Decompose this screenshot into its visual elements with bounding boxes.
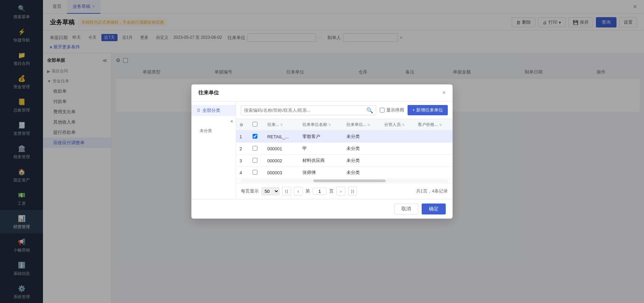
page-number-input[interactable] bbox=[313, 188, 326, 195]
dialog-right: 🔍 显示停用 + 新增往来单位 ⚙ bbox=[236, 102, 453, 199]
per-page-select[interactable]: 50 100 bbox=[262, 187, 279, 195]
row-salesperson bbox=[381, 167, 414, 179]
row-code: RETAIL_... bbox=[264, 131, 299, 143]
dialog-table: ⚙ 往来... ⇅ 往来单位名称 ⇅ 往来单位... ⇅ 分管人员 ⇅ 客户价格… bbox=[236, 119, 453, 179]
dlg-col-salesperson: 分管人员 ⇅ bbox=[381, 119, 414, 131]
row-price-level bbox=[414, 155, 453, 167]
row-num: 1 bbox=[236, 131, 249, 143]
cancel-button[interactable]: 取消 bbox=[394, 203, 418, 214]
dialog-close-button[interactable]: × bbox=[442, 89, 446, 96]
row-category: 未分类 bbox=[343, 143, 381, 155]
dialog-body: ⠿ 全部分类 « 未分类 🔍 bbox=[191, 102, 453, 199]
search-icon: 🔍 bbox=[366, 107, 373, 114]
page-total: 共1页，4条记录 bbox=[416, 188, 448, 194]
row-checkbox[interactable] bbox=[249, 155, 264, 167]
add-partner-button[interactable]: + 新增往来单位 bbox=[408, 105, 448, 115]
row-category: 未分类 bbox=[343, 167, 381, 179]
row-num: 3 bbox=[236, 155, 249, 167]
row-salesperson bbox=[381, 131, 414, 143]
row-name: 张师傅 bbox=[299, 167, 343, 179]
row-name: 甲 bbox=[299, 143, 343, 155]
show-disabled-checkbox[interactable] bbox=[380, 108, 385, 113]
dlg-col-checkbox bbox=[249, 119, 264, 131]
row-price-level bbox=[414, 143, 453, 155]
show-disabled-toggle[interactable]: 显示停用 bbox=[380, 107, 404, 113]
row-category: 未分类 bbox=[343, 155, 381, 167]
row-salesperson bbox=[381, 143, 414, 155]
page-label: 第 bbox=[306, 188, 310, 194]
category-unclassified[interactable]: 未分类 bbox=[191, 126, 236, 136]
row-name: 零散客户 bbox=[299, 131, 343, 143]
dialog-search[interactable]: 🔍 bbox=[241, 105, 376, 115]
dialog-header: 往来单位 × bbox=[191, 84, 453, 102]
row-code: 000002 bbox=[264, 155, 299, 167]
row-checkbox[interactable] bbox=[249, 131, 264, 143]
row-salesperson bbox=[381, 155, 414, 167]
row-category: 未分类 bbox=[343, 131, 381, 143]
show-disabled-label: 显示停用 bbox=[386, 107, 404, 113]
page-suffix: 页 bbox=[329, 188, 334, 194]
page-prev-btn[interactable]: ‹ bbox=[294, 187, 303, 196]
dialog-search-input[interactable] bbox=[244, 108, 364, 113]
dialog-hscrollbar-thumb bbox=[313, 179, 386, 182]
dlg-col-code: 往来... ⇅ bbox=[264, 119, 299, 131]
dialog-footer: 取消 确定 bbox=[191, 199, 453, 219]
dlg-col-gear[interactable]: ⚙ bbox=[236, 119, 249, 131]
confirm-button[interactable]: 确定 bbox=[422, 203, 446, 214]
dlg-col-category: 往来单位... ⇅ bbox=[343, 119, 381, 131]
row-price-level bbox=[414, 131, 453, 143]
dialog-table-row[interactable]: 3 000002 材料供应商 未分类 bbox=[236, 155, 453, 167]
row-checkbox[interactable] bbox=[249, 143, 264, 155]
dialog-table-wrap: ⚙ 往来... ⇅ 往来单位名称 ⇅ 往来单位... ⇅ 分管人员 ⇅ 客户价格… bbox=[236, 119, 453, 179]
dlg-col-price: 客户价格... ⇅ bbox=[414, 119, 453, 131]
dlg-col-name: 往来单位名称 ⇅ bbox=[299, 119, 343, 131]
per-page-label: 每页显示 bbox=[241, 188, 259, 194]
page-first-btn[interactable]: ⟨⟨ bbox=[282, 187, 291, 196]
grid-icon: ⠿ bbox=[197, 108, 200, 113]
dialog-toolbar: 🔍 显示停用 + 新增往来单位 bbox=[236, 102, 453, 119]
dialog-table-row[interactable]: 1 RETAIL_... 零散客户 未分类 bbox=[236, 131, 453, 143]
category-collapse-btn[interactable]: « bbox=[191, 116, 236, 126]
category-all[interactable]: ⠿ 全部分类 bbox=[191, 105, 236, 116]
dialog-table-row[interactable]: 4 000003 张师傅 未分类 bbox=[236, 167, 453, 179]
modal-overlay: 往来单位 × ⠿ 全部分类 « 未分类 bbox=[0, 0, 644, 303]
dialog-categories: ⠿ 全部分类 « 未分类 bbox=[191, 102, 236, 199]
row-num: 2 bbox=[236, 143, 249, 155]
row-name: 材料供应商 bbox=[299, 155, 343, 167]
row-price-level bbox=[414, 167, 453, 179]
dialog-title: 往来单位 bbox=[198, 90, 219, 96]
partner-dialog: 往来单位 × ⠿ 全部分类 « 未分类 bbox=[191, 84, 453, 219]
row-code: 000003 bbox=[264, 167, 299, 179]
row-num: 4 bbox=[236, 167, 249, 179]
collapse-left-icon: « bbox=[231, 118, 233, 124]
dlg-select-all[interactable] bbox=[253, 122, 257, 127]
dialog-table-row[interactable]: 2 000001 甲 未分类 bbox=[236, 143, 453, 155]
page-last-btn[interactable]: ⟩⟩ bbox=[348, 187, 357, 196]
dialog-hscrollbar[interactable] bbox=[241, 179, 448, 182]
row-checkbox[interactable] bbox=[249, 167, 264, 179]
dialog-pagination: 每页显示 50 100 ⟨⟨ ‹ 第 页 › ⟩⟩ 共1页，4条记录 bbox=[236, 183, 453, 199]
page-next-btn[interactable]: › bbox=[336, 187, 345, 196]
row-code: 000001 bbox=[264, 143, 299, 155]
